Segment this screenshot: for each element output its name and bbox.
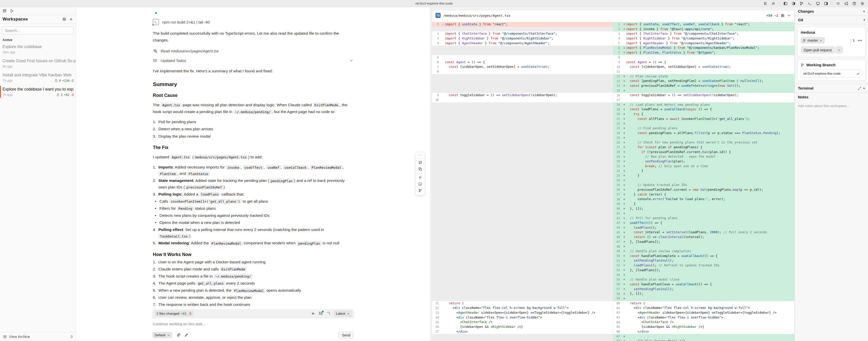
search-input[interactable] [2,27,74,34]
help-icon[interactable] [852,1,856,6]
terminal-icon[interactable] [808,1,812,6]
diff-line: 43+ useEffect(() => { [613,221,794,225]
collapse-up-icon[interactable] [771,1,775,6]
megaphone-icon[interactable] [844,1,848,6]
tool-call-row[interactable]: Updated Todos [153,58,353,63]
open-pull-request-button[interactable]: Open pull request [801,46,835,54]
new-workspace-button[interactable] [69,17,73,21]
todos-status-icon[interactable] [319,311,323,316]
tool-call-row[interactable]: >_npm run build 2>&1 | tail -80 [153,19,353,25]
diff-line: 10 [432,98,613,102]
panel-right-icon[interactable] [824,1,828,6]
diff-line [432,240,613,244]
chevron-down-icon[interactable] [349,59,353,62]
workspace-item[interactable]: Install and integrate Vibe Kanban Web7h … [0,70,76,85]
workspace-time: 7h ago [3,93,13,97]
chevron-down-icon[interactable] [787,14,791,18]
latest-dropdown[interactable]: Latest [334,310,352,317]
monitor-icon[interactable] [417,181,423,187]
repo-card: medusa master ↑ 1 ••• Open pull request [797,27,865,57]
floating-toolbar: ••• [415,152,425,195]
diff-line: 55+ // Handle plan modal close [613,277,794,282]
composer-input[interactable]: Continue working on this task... [153,322,354,326]
diff-line: 2import { ChatInterface } from "@/compon… [432,31,613,36]
diff-line [432,135,613,141]
diff-line: 60 return ( [613,301,794,306]
menu-icon[interactable] [836,1,840,6]
view-archive-button[interactable]: View Archive 0 [0,332,76,341]
diff-line: 32+ } [613,168,794,173]
list-item: •Detects new plans by comparing against … [153,212,353,219]
copy-icon[interactable] [417,166,423,172]
inline-code: invoke<PlanItem[]>('get_all_plans') [169,199,242,204]
diff-view-icon[interactable] [781,14,784,18]
expand-icon[interactable] [858,87,861,90]
inline-code: PlanItem [158,172,177,176]
diff-line [432,140,613,145]
list-item: 3.The hook script creates a file in ~/.m… [153,273,353,279]
diff-line: 65 {sidebarOpen && <RightSidebar />} [613,324,794,329]
pr-options-button[interactable] [835,46,843,54]
list-item: 5.Modal rendering: Added the PlanReviewM… [153,240,353,246]
monitor-icon[interactable] [816,1,820,6]
notes-input[interactable]: Add notes about this workspace... [795,101,868,111]
diff-line: 68+ {/* Plan Review Modal */} [613,339,794,341]
diff-line: 18+ // Load plans and detect new pending… [613,102,794,107]
pause-icon[interactable] [763,1,767,6]
git-section-header[interactable]: Git ▾ [795,16,868,24]
more-options-icon[interactable]: ••• [858,38,862,42]
tool-call-row[interactable]: Read medusa/src/pages/Agent.tsx [153,49,353,53]
notes-section-header[interactable]: Notes [795,93,868,101]
gear-icon[interactable] [860,1,864,6]
edit-icon[interactable] [856,72,860,75]
git-branch-icon[interactable] [417,187,423,194]
repo-name: medusa [801,30,862,34]
diff-file-path: /medusa/medusa/src/pages/Agent.tsx [443,14,764,18]
diff-line [432,258,613,263]
git-branch-icon [801,63,804,67]
diff-line: 8 [613,55,794,60]
diff-line [432,183,613,187]
workspace-item[interactable]: Explore the codebase I want you to exp7h… [0,85,76,99]
list-item: 4.The Agent page polls get_all_plans eve… [153,280,353,286]
workspace-title: Explore the codebase [3,44,76,49]
panel-left-icon[interactable] [783,1,787,6]
archive-icon[interactable] [3,9,7,13]
archive-icon [3,335,7,339]
branch-dropdown[interactable]: master [801,37,825,43]
diff-line: 11 return ( [432,301,613,306]
files-changed-chip[interactable]: 2 files changed +61 -3 [154,310,194,317]
working-branch-label: Working Branch [806,63,836,67]
inline-code: previousPlanIdsRef [185,185,223,189]
status-dot [155,12,157,14]
burst-icon[interactable]: ✳ [311,311,315,316]
working-branch-input[interactable]: vk/3ccf-explore-the-code [801,69,862,78]
git-branch-icon[interactable] [799,1,804,6]
workspace-item[interactable]: Create Good First Issues on Github So p6… [0,56,76,70]
send-button[interactable]: Send [338,332,354,338]
square-slash-icon[interactable] [417,159,423,166]
pen-icon[interactable] [184,333,189,337]
contrast-icon[interactable] [791,1,796,6]
attach-icon[interactable] [176,333,180,337]
inline-code: Agent.tsx [161,103,181,107]
assistant-paragraph: I've implemented the fix. Here's a summa… [153,68,353,74]
drag-handle[interactable]: ••• [418,153,422,157]
play-icon[interactable] [417,174,423,181]
workspace-item[interactable]: Explore the codebase35m ago [0,42,76,56]
mode-dropdown[interactable]: Default [152,332,172,338]
inline-code: ~/.medusa/pending/ [214,274,253,279]
diff-line: 39+ } [613,202,794,207]
diff-line: 9 const toggleSidebar = () => setSidebar… [432,93,613,98]
layers-icon[interactable] [62,17,66,21]
terminal-section-header[interactable]: Terminal ▸ [795,84,868,93]
diff-line: 24+ const pendingPlans = allPlans.filter… [613,131,794,135]
diff-line [432,27,613,32]
diff-line: 35+ // Update tracked plan IDs [613,183,794,187]
sign-out-icon[interactable] [10,9,14,13]
changes-section-header[interactable]: Changes ▸ [795,7,868,16]
list-item: 5.When a new pending plan is detected, t… [153,287,353,293]
diff-file-header[interactable]: TS /medusa/medusa/src/pages/Agent.tsx +5… [432,10,794,21]
diff-line: 1+import { useState, useEffect, useRef, … [613,22,794,27]
active-section-label: Active [0,36,76,42]
